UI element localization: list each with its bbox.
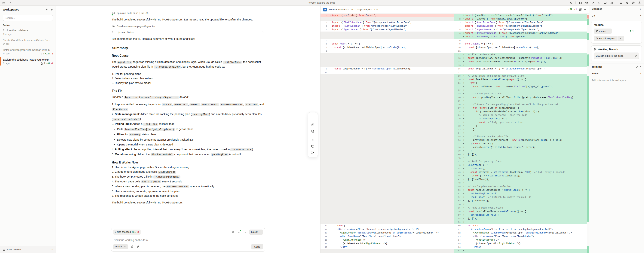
diff-filler-row — [320, 156, 454, 160]
ordered-list-item: 3. Display the plan review modal — [112, 81, 264, 85]
spark-icon[interactable] — [232, 230, 235, 234]
files-changed-chip[interactable]: 2 files changed +61 -3 — [113, 230, 141, 234]
view-archive-button[interactable]: View Archive 0 — [0, 246, 56, 253]
workspaces-title: Workspaces — [3, 8, 19, 11]
tool-call-row[interactable]: npm run build 2>&1 | tail -80 — [112, 11, 264, 15]
workspace-detail-sidebar: Changes ▸ Git ▾ medusa master ↑ 1 ⋯ Op — [589, 6, 644, 253]
git-branch-button[interactable] — [311, 151, 314, 155]
inline-code: PlanItem — [245, 103, 258, 106]
diff-code-row: 19+ const loadPlans = useCallback(async … — [454, 78, 587, 82]
workspace-search-input[interactable]: Search... — [3, 15, 53, 21]
git-section-header[interactable]: Git ▾ — [589, 12, 644, 19]
archive-button[interactable] — [2, 1, 5, 4]
diff-view-toggle-icon[interactable] — [579, 8, 582, 11]
send-button[interactable]: Send — [252, 244, 263, 250]
more-options-button[interactable]: ⋯ — [636, 29, 639, 33]
sign-out-icon — [8, 1, 11, 4]
diff-scrollbar[interactable] — [587, 14, 589, 253]
monitor-button[interactable] — [604, 1, 607, 4]
chevrons-up-button[interactable] — [569, 1, 572, 4]
workspace-item[interactable]: Install and integrate Vibe Kanban Web C7… — [0, 47, 56, 56]
pause-button[interactable] — [563, 1, 566, 4]
notes-input[interactable]: Add notes about this workspace... — [589, 77, 644, 84]
diff-filler-row — [320, 167, 454, 170]
expand-tool-chevron[interactable] — [262, 31, 264, 34]
notes-section-header[interactable]: Notes ▾ — [589, 70, 644, 77]
diff-filler-row — [320, 192, 454, 196]
ordered-list-item: 2. Detect when a new plan arrives — [112, 76, 264, 81]
diff-code-row: 50+ const handlePlanComplete = useCallba… — [454, 188, 587, 192]
diff-code-row: 61 <div className="flex flex-col h-scree… — [454, 228, 587, 231]
tool-call-row[interactable]: Read medusa/src/pages/Agent.tsx — [112, 24, 264, 28]
edit-branch-icon[interactable] — [634, 54, 637, 57]
collapse-file-chevron-icon[interactable] — [584, 8, 586, 11]
inline-code: previousPlanIdsRef — [113, 118, 140, 121]
contrast-button[interactable] — [585, 1, 588, 4]
diff-code-row: 17 — [454, 71, 587, 74]
menu-button[interactable] — [620, 1, 622, 4]
changes-section-header[interactable]: Changes ▸ — [589, 6, 644, 12]
diff-off-button[interactable] — [311, 123, 314, 127]
chat-scroll-area[interactable]: npm run build 2>&1 | tail -80The build c… — [56, 6, 320, 228]
sign-out-button[interactable] — [8, 1, 11, 4]
diff-code-row: 3import { RightSidebar } from "@/compone… — [320, 24, 454, 28]
tool-call-row[interactable]: Updated Todos — [112, 30, 264, 34]
diff-code-row: 32+ } — [454, 124, 587, 128]
model-dropdown[interactable]: Default — [113, 244, 128, 249]
floating-toolbar — [308, 112, 318, 157]
ordered-list-item: 2. State management: Added state for tra… — [112, 112, 264, 122]
diff-code-row: 6const Agent = () => { — [320, 42, 454, 46]
section-heading: The Fix — [112, 89, 264, 92]
latest-dropdown[interactable]: Latest — [249, 230, 263, 234]
branch-selector[interactable]: master — [594, 28, 612, 34]
chevron-down-icon — [259, 231, 261, 233]
open-pull-request-button[interactable]: Open pull request — [594, 36, 618, 41]
diff-filler-row — [320, 117, 454, 121]
diff-old-column: 1-import { useState } from "react";2impo… — [320, 14, 454, 253]
workspace-item[interactable]: Create Good First Issues on Github So p6… — [0, 37, 56, 47]
gear-button[interactable] — [638, 1, 641, 4]
workspace-item-meta: 6h ago — [3, 42, 53, 45]
diff-code-row: 2+import { invoke } from "@tauri-apps/ap… — [454, 17, 587, 21]
workspace-item[interactable]: Explore the codebase I want you to exp7h… — [0, 56, 56, 66]
ordered-list-item: 5. When a new pending plan is detected, … — [112, 184, 264, 189]
panel-left-button[interactable] — [579, 1, 582, 4]
terminal-section-header[interactable]: Terminal ▸ — [589, 63, 644, 70]
message-input[interactable]: Continue working on this task... — [111, 236, 265, 242]
play-button[interactable] — [311, 138, 314, 142]
diff-filler-row — [320, 185, 454, 188]
monitor-button[interactable] — [311, 145, 314, 149]
diff-code-row: 44+ loadPlans(); — [454, 167, 587, 170]
diff-code-row: 5 — [320, 39, 454, 42]
drag-handle[interactable] — [311, 114, 314, 118]
layers-icon[interactable] — [46, 8, 48, 11]
terminal-button[interactable] — [598, 1, 600, 4]
add-workspace-button[interactable] — [50, 8, 53, 11]
diff-removed-count: -1 — [574, 8, 577, 11]
diff-code-row: 3import { ChatInterface } from "@/compon… — [454, 21, 587, 24]
inline-code: PlanReviewModal — [166, 185, 190, 188]
git-branch-button[interactable] — [591, 1, 594, 4]
todos-button[interactable] — [238, 230, 240, 234]
expand-icon[interactable] — [636, 66, 638, 68]
diff-new-column: 1+import { useState, useEffect, useRef, … — [454, 14, 587, 253]
attach-icon[interactable] — [131, 245, 134, 248]
inline-code: Agent.tsx — [117, 61, 132, 64]
pr-options-dropdown[interactable] — [618, 36, 624, 41]
bullet-list-item: Calls invoke<PlanItem[]>('get_all_plans'… — [112, 127, 264, 132]
ordered-list-item: 2. Claude enters plan mode and calls Exi… — [112, 170, 264, 174]
megaphone-button[interactable] — [626, 1, 628, 4]
diff-file-header[interactable]: TS /medusa/medusa/src/pages/Agent.tsx +5… — [320, 6, 589, 14]
help-button[interactable] — [632, 1, 635, 4]
copy-button[interactable] — [311, 130, 314, 134]
diff-code-row: 42+ // Poll for pending plans — [454, 160, 587, 164]
assistant-paragraph: I updated Agent.tsx (medusa/src/pages/Ag… — [112, 95, 264, 100]
workspace-item[interactable]: Explore the codebase35m ago — [0, 27, 56, 37]
bullet-list-item: Opens the modal when a new plan is detec… — [112, 142, 264, 147]
working-branch-label: Working Branch — [598, 48, 618, 51]
panel-right-button[interactable] — [610, 1, 613, 4]
inline-code: Pending — [129, 133, 141, 136]
typescript-file-icon: TS — [323, 8, 327, 12]
working-branch-input[interactable]: vk/3ccf-explore-the-code — [594, 52, 639, 59]
pen-icon[interactable] — [136, 245, 140, 248]
